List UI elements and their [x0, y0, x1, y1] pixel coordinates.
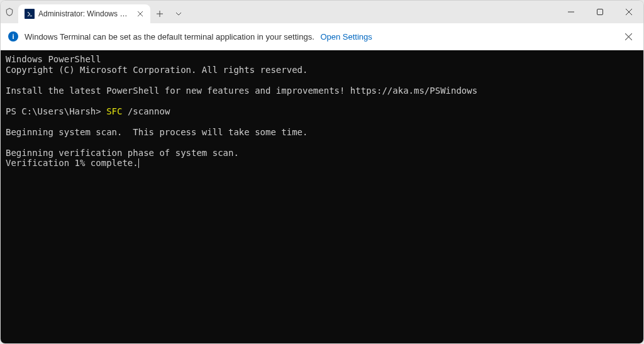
tab-powershell[interactable]: Administrator: Windows Powe — [18, 4, 150, 23]
terminal-line: Verification 1% complete. — [6, 158, 138, 168]
tab-dropdown-button[interactable] — [169, 4, 188, 23]
terminal-line: Install the latest PowerShell for new fe… — [6, 86, 477, 96]
new-tab-button[interactable] — [150, 4, 169, 23]
info-icon: i — [8, 31, 18, 42]
svg-rect-5 — [597, 9, 603, 15]
tab-title: Administrator: Windows Powe — [38, 9, 131, 18]
window: Administrator: Windows Powe — [0, 0, 644, 344]
infobar-close-button[interactable] — [623, 29, 635, 45]
infobar-text: Windows Terminal can be set as the defau… — [25, 32, 314, 42]
infobar: i Windows Terminal can be set as the def… — [1, 23, 643, 50]
terminal-line: Beginning system scan. This process will… — [6, 127, 308, 137]
window-controls — [557, 1, 643, 23]
close-button[interactable] — [614, 1, 643, 23]
terminal-output[interactable]: Windows PowerShell Copyright (C) Microso… — [1, 50, 643, 343]
terminal-command-arg: /scannow — [128, 106, 170, 116]
powershell-icon — [25, 9, 35, 19]
minimize-button[interactable] — [557, 1, 586, 23]
terminal-command: SFC — [106, 106, 128, 116]
close-tab-button[interactable] — [135, 9, 145, 19]
titlebar: Administrator: Windows Powe — [1, 1, 643, 23]
terminal-line: Copyright (C) Microsoft Corporation. All… — [6, 65, 308, 75]
titlebar-left: Administrator: Windows Powe — [1, 1, 557, 23]
terminal-line: Beginning verification phase of system s… — [6, 148, 239, 158]
infobar-message: Windows Terminal can be set as the defau… — [25, 32, 616, 42]
terminal-prompt: PS C:\Users\Harsh> — [6, 106, 106, 116]
shield-icon — [1, 1, 18, 23]
terminal-cursor — [138, 158, 139, 168]
terminal-line: Windows PowerShell — [6, 54, 101, 64]
open-settings-link[interactable]: Open Settings — [320, 32, 372, 42]
maximize-button[interactable] — [586, 1, 614, 23]
